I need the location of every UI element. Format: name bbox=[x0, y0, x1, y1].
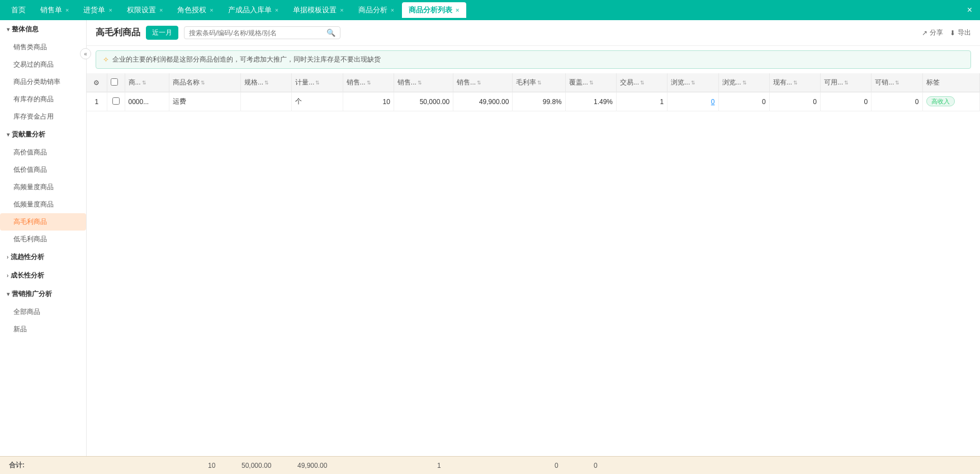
col-sales-amount: 销售... ⇅ bbox=[394, 73, 453, 92]
sort-icon-sales-profit[interactable]: ⇅ bbox=[477, 80, 481, 86]
col-available-stock: 可用... ⇅ bbox=[821, 73, 872, 92]
sort-icon-unit[interactable]: ⇅ bbox=[315, 80, 320, 86]
sidebar-item-high-freq[interactable]: 高频量度商品 bbox=[0, 179, 86, 196]
sidebar-item-low-value[interactable]: 低价值商品 bbox=[0, 161, 86, 179]
sort-icon-sales-amount[interactable]: ⇅ bbox=[418, 80, 422, 86]
sidebar-item-stock-capital[interactable]: 库存资金占用 bbox=[0, 108, 86, 125]
arrow-trend: › bbox=[7, 254, 8, 260]
cell-tag: 高收入 bbox=[922, 92, 980, 111]
settings-icon[interactable]: ⚙ bbox=[93, 79, 100, 87]
export-icon: ⬇ bbox=[950, 29, 955, 37]
close-tab-permissions[interactable]: × bbox=[159, 7, 163, 13]
cell-unit: 个 bbox=[292, 92, 343, 111]
sort-icon-spec[interactable]: ⇅ bbox=[264, 80, 269, 86]
tab-purchase-order[interactable]: 进货单 × bbox=[77, 2, 119, 18]
share-button[interactable]: ↗ 分享 bbox=[922, 28, 943, 37]
table-container: ⚙ 商... ⇅ 商品名称 bbox=[87, 73, 980, 456]
close-tab-purchase-order[interactable]: × bbox=[108, 7, 112, 13]
sort-icon-coverage[interactable]: ⇅ bbox=[589, 80, 594, 86]
sort-icon-views1[interactable]: ⇅ bbox=[691, 80, 695, 86]
tab-roles[interactable]: 角色授权 × bbox=[171, 2, 220, 18]
tab-product-analysis[interactable]: 商品分析 × bbox=[352, 2, 401, 18]
sort-icon-transactions[interactable]: ⇅ bbox=[640, 80, 645, 86]
col-spec: 规格... ⇅ bbox=[241, 73, 292, 92]
col-sales-profit: 销售... ⇅ bbox=[453, 73, 513, 92]
arrow-growth: › bbox=[7, 273, 8, 279]
sidebar-group-contribution[interactable]: ▾ 贡献量分析 bbox=[0, 125, 86, 144]
select-all-checkbox[interactable] bbox=[111, 78, 118, 86]
time-filter-recent-month[interactable]: 近一月 bbox=[146, 26, 178, 40]
sidebar-item-category-rate[interactable]: 商品分类助销率 bbox=[0, 73, 86, 91]
cell-sales-amount: 50,000.00 bbox=[394, 92, 453, 111]
sidebar: « ▾ 整体信息 销售类商品 交易过的商品 商品分类助销率 有库存的商品 库存资… bbox=[0, 20, 87, 456]
cell-transactions: 1 bbox=[617, 92, 667, 111]
close-tab-product-analysis-list[interactable]: × bbox=[456, 7, 459, 13]
sort-icon-sellable-stock[interactable]: ⇅ bbox=[895, 80, 899, 86]
arrow-contribution: ▾ bbox=[7, 132, 10, 138]
export-button[interactable]: ⬇ 导出 bbox=[950, 28, 971, 37]
sidebar-item-high-margin[interactable]: 高毛利商品 bbox=[0, 213, 86, 231]
sort-icon-code[interactable]: ⇅ bbox=[142, 80, 146, 86]
search-input[interactable] bbox=[189, 29, 324, 37]
sidebar-group-marketing[interactable]: ▾ 营销推广分析 bbox=[0, 285, 86, 303]
close-tab-product-analysis[interactable]: × bbox=[391, 7, 394, 13]
row-checkbox[interactable] bbox=[112, 97, 120, 105]
tab-home[interactable]: 首页 bbox=[4, 2, 32, 18]
cell-spec bbox=[241, 92, 292, 111]
sort-icon-available-stock[interactable]: ⇅ bbox=[844, 80, 849, 86]
sidebar-group-growth[interactable]: › 成长性分析 bbox=[0, 266, 86, 285]
footer-sales-profit: 49,900.00 bbox=[297, 462, 342, 470]
col-sellable-stock: 可销... ⇅ bbox=[872, 73, 922, 92]
tab-product-inbound[interactable]: 产成品入库单 × bbox=[221, 2, 285, 18]
cell-index: 1 bbox=[87, 92, 107, 111]
sidebar-item-new-goods[interactable]: 新品 bbox=[0, 321, 86, 338]
sidebar-group-overall[interactable]: ▾ 整体信息 bbox=[0, 20, 86, 39]
col-settings: ⚙ bbox=[87, 73, 107, 92]
close-tab-sales-order[interactable]: × bbox=[65, 7, 69, 13]
col-sales-qty: 销售... ⇅ bbox=[343, 73, 394, 92]
tab-sales-order[interactable]: 销售单 × bbox=[34, 2, 75, 18]
col-gross-margin: 毛利率 ⇅ bbox=[513, 73, 565, 92]
sidebar-item-traded-goods[interactable]: 交易过的商品 bbox=[0, 56, 86, 73]
info-icon: ✧ bbox=[103, 55, 109, 64]
info-banner: ✧ 企业的主要的利润都是这部分商品创造的，可考虑加大推广，同时关注库存是不要出现… bbox=[96, 50, 971, 69]
search-icon[interactable]: 🔍 bbox=[326, 29, 335, 37]
sidebar-item-sales-goods[interactable]: 销售类商品 bbox=[0, 39, 86, 56]
tab-permissions[interactable]: 权限设置 × bbox=[120, 2, 169, 18]
sort-icon-current-stock[interactable]: ⇅ bbox=[793, 80, 798, 86]
close-tab-template-settings[interactable]: × bbox=[340, 7, 343, 13]
sort-icon-views2[interactable]: ⇅ bbox=[742, 80, 747, 86]
col-unit: 计量... ⇅ bbox=[292, 73, 343, 92]
sidebar-item-all-goods[interactable]: 全部商品 bbox=[0, 303, 86, 321]
col-code: 商... ⇅ bbox=[125, 73, 169, 92]
sidebar-group-marketing-items: 全部商品 新品 bbox=[0, 303, 86, 338]
page-title: 高毛利商品 bbox=[96, 27, 140, 39]
sort-icon-gross-margin[interactable]: ⇅ bbox=[537, 80, 542, 86]
footer-label: 合计: bbox=[9, 461, 25, 470]
sort-icon-sales-qty[interactable]: ⇅ bbox=[367, 80, 371, 86]
close-tab-roles[interactable]: × bbox=[210, 7, 213, 13]
header-actions: ↗ 分享 ⬇ 导出 bbox=[922, 28, 971, 37]
sidebar-group-trend[interactable]: › 流趋性分析 bbox=[0, 248, 86, 266]
cell-checkbox bbox=[107, 92, 125, 111]
arrow-marketing: ▾ bbox=[7, 291, 10, 297]
tab-template-settings[interactable]: 单据模板设置 × bbox=[286, 2, 350, 18]
close-all-tabs[interactable]: × bbox=[964, 5, 976, 15]
sort-icon-name[interactable]: ⇅ bbox=[201, 80, 205, 86]
footer-available-stock: 0 bbox=[594, 462, 622, 470]
sidebar-group-contribution-items: 高价值商品 低价值商品 高频量度商品 低频量度商品 高毛利商品 低毛利商品 bbox=[0, 144, 86, 248]
cell-code: 0000... bbox=[125, 92, 169, 111]
sidebar-item-high-value[interactable]: 高价值商品 bbox=[0, 144, 86, 161]
sidebar-item-low-margin[interactable]: 低毛利商品 bbox=[0, 231, 86, 248]
table-body: 1 0000... 运费 个 10 50,000.00 49,900.00 99… bbox=[87, 92, 980, 111]
cell-coverage: 1.49% bbox=[565, 92, 616, 111]
close-tab-product-inbound[interactable]: × bbox=[275, 7, 278, 13]
views1-link[interactable]: 0 bbox=[711, 98, 715, 106]
content-area: 高毛利商品 近一月 🔍 ↗ 分享 ⬇ 导出 ✧ 企业的主要的利润都是这部分商品创… bbox=[87, 20, 980, 456]
col-name: 商品名称 ⇅ bbox=[169, 73, 241, 92]
tab-product-analysis-list[interactable]: 商品分析列表 × bbox=[402, 2, 466, 18]
col-transactions: 交易... ⇅ bbox=[617, 73, 667, 92]
cell-sales-profit: 49,900.00 bbox=[453, 92, 513, 111]
sidebar-item-in-stock[interactable]: 有库存的商品 bbox=[0, 91, 86, 108]
sidebar-item-low-freq[interactable]: 低频量度商品 bbox=[0, 196, 86, 213]
